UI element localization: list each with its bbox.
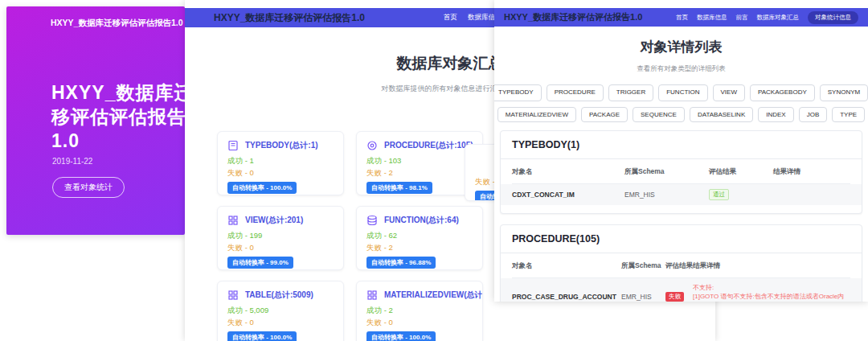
screenshot-collage: HXYY_数据库迁移评估评估报告1.0 HXYY_数据库迁 移评估评估报告 1.…	[0, 0, 868, 341]
filter-chip[interactable]: SYNONYM	[820, 84, 868, 101]
col-schema: 所属Schema	[624, 167, 709, 177]
grid-icon	[366, 290, 378, 301]
fail-count: 失败 - 2	[366, 168, 473, 179]
col-schema: 所属Schema	[621, 261, 665, 271]
filter-chip[interactable]: MATERIALIZEDVIEW	[497, 107, 576, 122]
filter-chip[interactable]: FUNCTION	[658, 84, 707, 101]
summary-card-typebody: TYPEBODY(总计:1) 成功 - 1 失败 - 0 自动转换率 - 100…	[217, 131, 344, 195]
page-subtitle: 查看所有对象类型的详细列表	[494, 64, 868, 74]
result-detail: 不支持: [1]GOTO 语句不支持:包含不支持的语法或者Oracle内置对象	[693, 283, 850, 302]
section-title: TYPEBODY(1)	[501, 131, 862, 159]
filter-chip[interactable]: INDEX	[758, 107, 793, 122]
success-count: 成功 - 1	[227, 156, 334, 166]
nav-item-db-info[interactable]: 数据库信息	[697, 14, 727, 22]
success-count: 成功 - 199	[227, 231, 334, 241]
summary-card-materializedview: MATERIALIZEDVIEW(总计:2) 成功 - 2 失败 - 0 自动转…	[356, 281, 483, 341]
nav-item-home[interactable]: 首页	[444, 13, 457, 23]
database-icon	[366, 215, 378, 226]
gear-icon	[366, 140, 378, 151]
filter-chip[interactable]: SEQUENCE	[633, 107, 685, 122]
report-big-title: HXYY_数据库迁 移评估评估报告 1.0	[51, 80, 185, 153]
page-title: 对象详情列表	[494, 38, 868, 56]
col-result: 评估结果	[665, 261, 693, 271]
success-count: 成功 - 62	[366, 231, 473, 241]
grid-icon	[227, 290, 239, 301]
filter-chip[interactable]: TRIGGER	[608, 84, 653, 101]
procedure-table: 对象名 所属Schema 评估结果 结果详情 PROC_CASE_DRUG_AC…	[501, 253, 862, 302]
summary-card-view: VIEW(总计:201) 成功 - 199 失败 - 0 自动转换率 - 99.…	[217, 206, 344, 270]
success-count: 成功 - 2	[366, 306, 473, 316]
grid-icon	[227, 215, 239, 226]
filter-chip[interactable]: TYPE	[832, 107, 865, 122]
section-title: PROCEDURE(105)	[501, 225, 862, 253]
summary-card-table: TABLE(总计:5009) 成功 - 5,009 失败 - 0 自动转换率 -…	[217, 281, 344, 341]
status-badge-fail: 失败	[665, 292, 684, 302]
filter-chip[interactable]: PROCEDURE	[547, 84, 604, 101]
conversion-rate-badge: 自动转换率 - 100.0%	[366, 331, 436, 341]
fail-count: 失败 - 0	[227, 168, 334, 179]
summary-card-title: FUNCTION(总计:64)	[384, 215, 459, 226]
object-name: PROC_CASE_DRUG_ACCOUNT	[512, 293, 621, 301]
document-icon	[227, 140, 239, 151]
status-badge-pass: 通过	[709, 189, 729, 200]
object-type-filters: 全部 TYPEBODY PROCEDURE TRIGGER FUNCTION V…	[494, 84, 868, 122]
object-name: CDXT_CONCAT_IM	[512, 191, 624, 199]
schema-name: EMR_HIS	[621, 293, 665, 301]
summary-card-title: VIEW(总计:201)	[245, 215, 303, 226]
detail-header-bar: HXYY_数据库迁移评估评估报告1.0 首页 数据库信息 前言 数据库对象汇总 …	[494, 8, 868, 27]
typebody-table: 对象名 所属Schema 评估结果 结果详情 CDXT_CONCAT_IM EM…	[501, 159, 862, 213]
success-count: 成功 - 103	[366, 156, 473, 166]
fail-count: 失败 - 0	[366, 318, 473, 328]
col-result: 评估结果	[709, 167, 773, 177]
app-title: HXYY_数据库迁移评估评估报告1.0	[494, 11, 642, 23]
conversion-rate-badge: 自动转换率 - 100.0%	[227, 182, 297, 194]
object-detail-panel: HXYY_数据库迁移评估评估报告1.0 首页 数据库信息 前言 数据库对象汇总 …	[494, 0, 868, 302]
summary-card-function: FUNCTION(总计:64) 成功 - 62 失败 - 2 自动转换率 - 9…	[356, 206, 483, 270]
view-object-stats-button[interactable]: 查看对象统计	[52, 177, 125, 198]
nav-item-home[interactable]: 首页	[676, 14, 688, 22]
filter-chip[interactable]: PACKAGE	[581, 107, 628, 122]
conversion-rate-badge: 自动转换率 - 96.88%	[366, 257, 436, 269]
col-object-name: 对象名	[512, 167, 624, 177]
filter-chip[interactable]: VIEW	[713, 84, 745, 101]
table-header: 对象名 所属Schema 评估结果 结果详情	[512, 255, 850, 278]
nav-item-object-summary[interactable]: 数据库对象汇总	[757, 14, 800, 22]
col-object-name: 对象名	[512, 261, 621, 271]
fail-count: 失败 - 2	[366, 243, 473, 253]
schema-name: EMR_HIS	[624, 191, 709, 199]
success-count: 成功 - 5,009	[227, 306, 334, 316]
summary-card-title: TABLE(总计:5009)	[245, 290, 313, 301]
filter-chip[interactable]: TYPEBODY	[494, 84, 542, 101]
cover-header-title: HXYY_数据库迁移评估评估报告1.0	[51, 18, 185, 29]
filter-chip[interactable]: DATABASELINK	[690, 107, 753, 122]
report-date: 2019-11-22	[52, 157, 92, 166]
table-row: PROC_CASE_DRUG_ACCOUNT EMR_HIS 失败 不支持: […	[501, 278, 862, 302]
col-detail: 结果详情	[773, 167, 850, 177]
summary-card-title: TYPEBODY(总计:1)	[245, 140, 318, 151]
table-row: CDXT_CONCAT_IM EMR_HIS 通过	[501, 184, 862, 205]
conversion-rate-badge: 自动转换率 - 98.1%	[366, 182, 432, 194]
app-title: HXYY_数据库迁移评估评估报告1.0	[185, 11, 365, 25]
filter-chip[interactable]: PACKAGEBODY	[750, 84, 815, 101]
nav-item-preface[interactable]: 前言	[736, 14, 748, 22]
fail-count: 失败 - 0	[227, 243, 334, 253]
col-detail: 结果详情	[693, 261, 850, 271]
conversion-rate-badge: 自动转换率 - 100.0%	[227, 331, 297, 341]
filter-chip[interactable]: JOB	[799, 107, 828, 122]
conversion-rate-badge: 自动转换率 - 99.0%	[227, 257, 293, 269]
summary-card-title: PROCEDURE(总计:105)	[384, 140, 473, 151]
nav-item-object-stats-active[interactable]: 对象统计信息	[808, 11, 858, 24]
summary-card-title: MATERIALIZEDVIEW(总计:2)	[384, 290, 483, 301]
table-header: 对象名 所属Schema 评估结果 结果详情	[512, 161, 850, 184]
cover-panel: HXYY_数据库迁移评估评估报告1.0 HXYY_数据库迁 移评估评估报告 1.…	[6, 6, 185, 235]
fail-count: 失败 - 0	[227, 318, 334, 328]
section-typebody: TYPEBODY(1) 对象名 所属Schema 评估结果 结果详情 CDXT_…	[500, 130, 862, 214]
detail-nav: 首页 数据库信息 前言 数据库对象汇总 对象统计信息	[676, 11, 868, 24]
section-procedure: PROCEDURE(105) 对象名 所属Schema 评估结果 结果详情 PR…	[500, 224, 862, 302]
